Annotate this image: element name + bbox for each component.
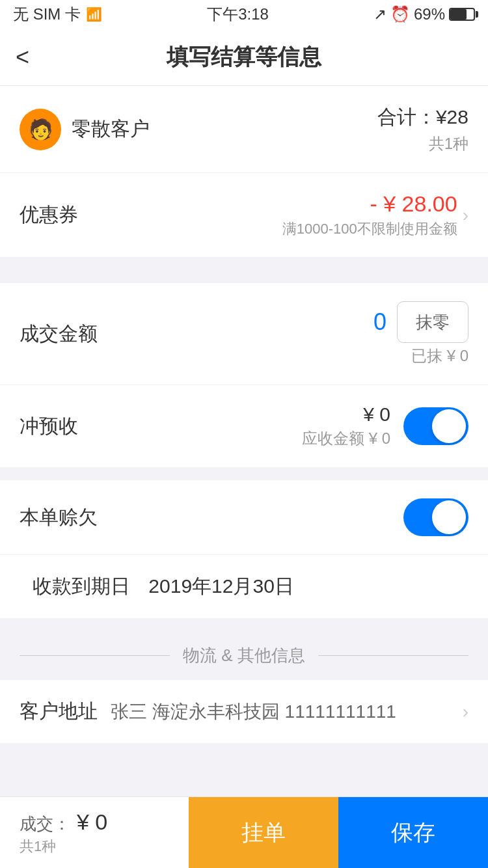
hold-button[interactable]: 挂单 xyxy=(189,797,338,868)
transaction-right: 0 抹零 xyxy=(347,301,468,343)
coupon-right: - ¥ 28.00 满1000-100不限制使用金额 › xyxy=(282,191,468,239)
coupon-description: 满1000-100不限制使用金额 xyxy=(282,219,457,239)
debt-toggle-thumb xyxy=(432,500,466,534)
due-date-row[interactable]: 收款到期日 2019年12月30日 xyxy=(0,554,488,618)
prepayment-sub: 应收金额 ¥ 0 xyxy=(302,428,390,449)
round-button[interactable]: 抹零 xyxy=(397,301,468,343)
nav-bar: < 填写结算等信息 xyxy=(0,29,488,86)
bottom-count: 共1种 xyxy=(20,837,169,856)
divider-line-left xyxy=(20,655,170,656)
page-title: 填写结算等信息 xyxy=(167,42,321,72)
total-amount: 合计：¥28 xyxy=(377,104,468,131)
coupon-amount: - ¥ 28.00 xyxy=(282,191,457,217)
status-time: 下午3:18 xyxy=(207,4,269,25)
debt-label: 本单赊欠 xyxy=(20,504,98,531)
logistics-title: 物流 & 其他信息 xyxy=(183,644,305,667)
prepayment-amount: ¥ 0 xyxy=(302,403,390,426)
section-divider-3 xyxy=(0,618,488,631)
customer-card: 🧑 零散客户 合计：¥28 共1种 优惠券 - ¥ 28.00 满1000-10… xyxy=(0,86,488,257)
toggle-thumb xyxy=(432,409,466,443)
due-date-value: 2019年12月30日 xyxy=(148,575,293,597)
transaction-sub: 已抹 ¥ 0 xyxy=(411,346,468,366)
avatar-icon: 🧑 xyxy=(29,118,53,141)
address-value: 张三 海淀永丰科技园 11111111111 xyxy=(111,699,463,724)
transaction-label: 成交金额 xyxy=(20,321,98,347)
status-left: 无 SIM 卡 📶 xyxy=(13,4,102,25)
avatar: 🧑 xyxy=(20,109,61,150)
debt-section: 本单赊欠 收款到期日 2019年12月30日 xyxy=(0,480,488,618)
customer-right: 合计：¥28 共1种 xyxy=(377,104,468,154)
address-chevron-icon: › xyxy=(463,701,468,722)
coupon-row[interactable]: 优惠券 - ¥ 28.00 满1000-100不限制使用金额 › xyxy=(0,172,488,257)
battery-percent: 69% xyxy=(414,5,445,23)
transaction-value[interactable]: 0 xyxy=(347,308,386,336)
prepayment-amounts: ¥ 0 应收金额 ¥ 0 xyxy=(302,403,390,449)
section-divider-1 xyxy=(0,270,488,283)
bottom-transaction-label: 成交： xyxy=(20,813,70,835)
wifi-icon: 📶 xyxy=(86,7,102,22)
transaction-row: 成交金额 0 抹零 已抹 ¥ 0 xyxy=(0,283,488,385)
coupon-value: - ¥ 28.00 满1000-100不限制使用金额 xyxy=(282,191,457,239)
battery-icon xyxy=(449,8,475,21)
coupon-label: 优惠券 xyxy=(20,202,78,228)
transaction-section: 成交金额 0 抹零 已抹 ¥ 0 冲预收 ¥ 0 应收金额 ¥ 0 xyxy=(0,283,488,467)
divider-line-right xyxy=(318,655,468,656)
address-row[interactable]: 客户地址 张三 海淀永丰科技园 11111111111 › xyxy=(0,680,488,743)
bottom-amount: ¥ 0 xyxy=(77,809,107,835)
debt-row: 本单赊欠 xyxy=(0,480,488,554)
carrier-text: 无 SIM 卡 xyxy=(13,4,81,25)
bottom-info: 成交： ¥ 0 共1种 xyxy=(0,809,189,856)
chevron-right-icon: › xyxy=(463,205,468,226)
gps-icon: ↗ xyxy=(373,5,386,23)
prepayment-row: 冲预收 ¥ 0 应收金额 ¥ 0 xyxy=(0,385,488,467)
alarm-icon: ⏰ xyxy=(390,5,410,23)
section-divider-2 xyxy=(0,467,488,480)
address-card: 客户地址 张三 海淀永丰科技园 11111111111 › xyxy=(0,680,488,743)
main-content: 🧑 零散客户 合计：¥28 共1种 优惠券 - ¥ 28.00 满1000-10… xyxy=(0,86,488,834)
due-date-label: 收款到期日 xyxy=(33,575,130,597)
customer-name: 零散客户 xyxy=(72,116,150,142)
bottom-bar: 成交： ¥ 0 共1种 挂单 保存 xyxy=(0,796,488,868)
save-button[interactable]: 保存 xyxy=(338,797,488,868)
debt-toggle[interactable] xyxy=(403,498,468,536)
address-label: 客户地址 xyxy=(20,698,98,725)
prepayment-toggle[interactable] xyxy=(403,407,468,445)
customer-row: 🧑 零散客户 合计：¥28 共1种 xyxy=(0,86,488,172)
customer-left: 🧑 零散客户 xyxy=(20,109,150,150)
total-count: 共1种 xyxy=(377,133,468,154)
prepayment-right: ¥ 0 应收金额 ¥ 0 xyxy=(302,403,468,449)
status-right: ↗ ⏰ 69% xyxy=(373,5,475,23)
logistics-header: 物流 & 其他信息 xyxy=(0,631,488,680)
status-bar: 无 SIM 卡 📶 下午3:18 ↗ ⏰ 69% xyxy=(0,0,488,29)
back-button[interactable]: < xyxy=(16,44,29,71)
prepayment-label: 冲预收 xyxy=(20,413,78,440)
